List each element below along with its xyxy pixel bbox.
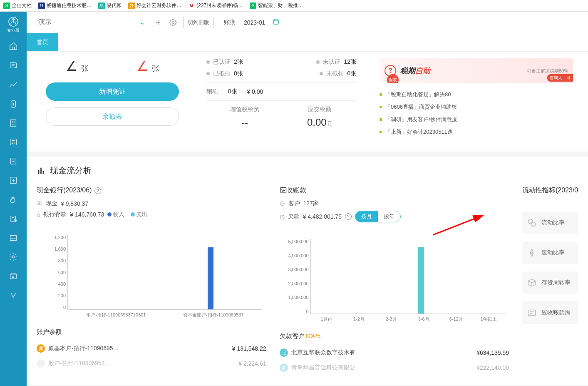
receivables-panel: 应收账款 ⚇ 客户 127家 ◷ 欠款 ¥ 4,482,001.75 ? 按月 … (276, 183, 513, 379)
news-card: ? 税期自助 可自主解决税期80% 报表 咨询人工可 「税期自助化答疑」解决80… (371, 52, 581, 145)
news-item[interactable]: 「调研」用友客户/伙伴满意度 (380, 113, 573, 126)
cashflow-section-title: 现金流分析 (27, 157, 588, 183)
svg-rect-11 (273, 20, 278, 24)
svg-rect-16 (528, 310, 535, 316)
undeducted-value: 0张 (347, 70, 356, 77)
period-toggle: 按月 按年 (355, 211, 401, 222)
nav-building-icon[interactable] (3, 114, 23, 132)
nav-settings-icon[interactable] (3, 248, 23, 266)
bookmark-item[interactable]: M(227封未读邮件)畅… (188, 2, 243, 9)
tab-bar: 首页 (27, 33, 588, 52)
svg-point-15 (531, 252, 533, 254)
customer-label: 客户 (288, 200, 300, 207)
tax-card: 已认证2张 未认证12张 已抵扣0张 未抵扣0张 销项 0张 ¥ 0.00 (198, 52, 365, 145)
debt-label: 欠款 (288, 213, 300, 220)
switch-old-version-button[interactable]: 切到旧版 (183, 17, 214, 28)
customer-value: 127家 (303, 200, 319, 207)
app-header: 演示 ⌄ 切到旧版 账期 2023-01 (27, 12, 588, 33)
nav-hand-icon[interactable] (3, 191, 23, 208)
vat-burden-value: -- (230, 117, 259, 128)
svg-rect-9 (10, 274, 17, 279)
bank-label: 银行存款 (43, 211, 67, 218)
banner-badge: 报表 (387, 74, 399, 83)
bank-icon: ⌂ (37, 211, 40, 218)
sales-label: 销项 (206, 88, 218, 95)
bookmark-item[interactable]: S智能票、财、税推… (250, 2, 303, 9)
news-item[interactable]: 「0606直播」商贸企业辅助核 (380, 101, 573, 113)
quick-ratio-metric[interactable]: 速动比率 (522, 242, 578, 264)
nav-audit-icon[interactable] (3, 210, 23, 227)
svg-rect-6 (10, 216, 16, 222)
vat-burden-label: 增值税税负 (230, 106, 259, 113)
news-item[interactable]: 「税期自助化答疑」解决80 (380, 88, 573, 101)
news-banner[interactable]: ? 税期自助 可自主解决税期80% 报表 咨询人工可 (380, 58, 573, 83)
account-row[interactable]: 原原基本户-招行-11090695… ¥ 131,548.22 (37, 341, 266, 356)
current-ratio-metric[interactable]: 流动比率 (522, 212, 578, 234)
liquidity-panel: 流动性指标(2023/0 流动比率 速动比率 存货周转率 应收账款周 (519, 183, 581, 335)
cash-label: 现金 (46, 200, 57, 207)
nav-v-icon[interactable] (3, 286, 23, 304)
cash-bank-panel: 现金银行(2023/06) ? ㊎ 现金 ¥ 9,830.37 ⌂ 银行存款 ¥… (33, 183, 270, 374)
bar-chart-icon (37, 166, 46, 175)
svg-point-10 (172, 21, 174, 23)
bookmark-item[interactable]: S金山文档 (3, 2, 32, 9)
browser-bookmark-bar: S金山文档 U畅捷通信息技术股… 易易代账 好好会计云财务软件… M(227封未… (0, 0, 588, 12)
top5-title: 欠款客户TOP5 (280, 332, 509, 340)
voucher-stat-draft: ∠ 张 (66, 58, 89, 74)
sales-count: 0张 (228, 88, 237, 95)
tab-home[interactable]: 首页 (27, 33, 58, 51)
svg-point-8 (12, 256, 15, 258)
nav-chart-icon[interactable] (3, 76, 23, 93)
nav-receipt-icon[interactable] (3, 152, 23, 170)
app-logo[interactable]: 专业版 (5, 17, 22, 33)
svg-point-2 (15, 67, 16, 68)
settings-button[interactable] (168, 17, 178, 27)
nav-video-icon[interactable] (3, 267, 23, 285)
balance-sheet-button[interactable]: 余额表 (46, 107, 179, 126)
nav-money-icon[interactable] (3, 95, 23, 112)
toggle-month-button[interactable]: 按月 (355, 211, 378, 222)
nav-home-icon[interactable] (3, 37, 23, 55)
bookmark-item[interactable]: U畅捷通信息技术股… (38, 2, 92, 9)
nav-download-icon[interactable] (3, 172, 23, 189)
bank-value: ¥ 146,760.73 (70, 211, 104, 218)
receivable-turnover-metric[interactable]: 应收账款周 (522, 301, 578, 324)
receivables-chart: 5,000,0004,000,0003,000,0002,000,0001,00… (280, 239, 509, 322)
inventory-turnover-metric[interactable]: 存货周转率 (522, 271, 578, 294)
customer-row[interactable]: 青青岛华昌普金科技有限公 ¥222,140.00 (280, 360, 509, 375)
tax-due-label: 应交税额 (307, 106, 332, 113)
logo-text: 专业版 (7, 27, 20, 33)
nav-calc-icon[interactable] (3, 133, 23, 151)
certified-label: 已认证 (213, 58, 231, 66)
toggle-year-button[interactable]: 按年 (378, 211, 400, 222)
liquidity-title: 流动性指标(2023/0 (522, 186, 578, 195)
voucher-draft-icon: ∠ (66, 58, 78, 74)
nav-inbox-icon[interactable] (3, 229, 23, 247)
bookmark-item[interactable]: 好好会计云财务软件… (128, 2, 181, 9)
debt-value: ¥ 4,482,001.75 (303, 213, 342, 220)
voucher-stat-error: ∠ 张 (136, 58, 159, 74)
cash-bank-chart: 1,2001,0008006004002000本户-招行-11090695371… (37, 235, 266, 318)
contact-support-badge[interactable]: 咨询人工可 (547, 74, 573, 82)
deducted-label: 已抵扣 (213, 70, 231, 77)
help-icon[interactable]: ? (345, 213, 352, 220)
calendar-icon[interactable] (273, 18, 279, 27)
account-selector[interactable]: 演示 ⌄ (33, 15, 150, 30)
customer-row[interactable]: 北北京互帮联众数字技术有… ¥634,139.99 (280, 345, 509, 360)
add-button[interactable] (153, 17, 163, 27)
chart-legend: 收入 支出 (107, 211, 147, 218)
svg-point-13 (528, 219, 533, 224)
new-voucher-button[interactable]: 新增凭证 (46, 82, 179, 101)
account-name: 演示 (38, 18, 52, 27)
uncertified-value: 12张 (344, 58, 356, 66)
help-icon[interactable]: ? (94, 187, 101, 194)
account-row[interactable]: 般户-招行-110906953… ¥ 2,224.61 (37, 356, 266, 371)
svg-rect-4 (10, 139, 17, 145)
account-balance-title: 账户余额 (37, 328, 266, 336)
period-value: 2023-01 (244, 19, 265, 26)
bookmark-item[interactable]: 易易代账 (98, 2, 122, 9)
tax-due-value: 0.00 (307, 117, 327, 128)
news-item[interactable]: 「上新」好会计20230511迭 (380, 126, 573, 138)
nav-voucher-icon[interactable] (3, 57, 23, 74)
deducted-value: 0张 (234, 70, 243, 77)
